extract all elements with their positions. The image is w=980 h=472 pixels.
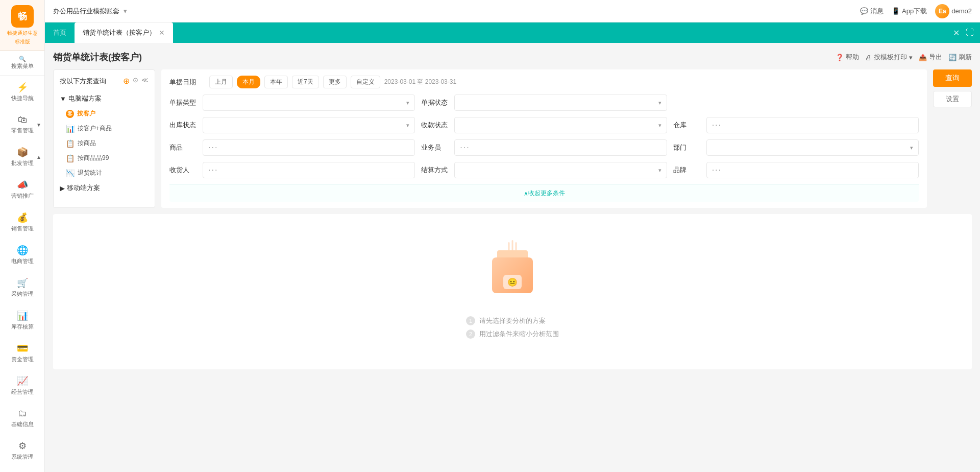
sidebar-item-ecom[interactable]: 🌐 电商管理 [0, 239, 44, 271]
sidebar-item-inventory[interactable]: 📊 库存核算 [0, 304, 44, 337]
sidebar-item-sales[interactable]: 💰 销售管理 [0, 206, 44, 239]
avatar: Ea [935, 4, 949, 18]
sidebar-item-finance[interactable]: 💳 资金管理 [0, 337, 44, 369]
desktop-group-label: 电脑端方案 [68, 94, 102, 103]
date-btn-thismonth[interactable]: 本月 [237, 76, 260, 88]
recipient-select[interactable]: ··· [203, 162, 415, 178]
refresh-btn[interactable]: 🔄 刷新 [948, 53, 972, 62]
sales-icon: 💰 [17, 212, 28, 223]
wholesale-icon: 📦 [17, 147, 28, 158]
message-icon: 💬 [860, 7, 868, 15]
filter-section: 单据日期 上月 本月 本年 近7天 更多 自定义 2023-03-01 至 20… [161, 69, 927, 208]
filter-goods: 商品 ··· [169, 139, 415, 156]
sidebar-item-system[interactable]: ⚙ 系统管理 [0, 434, 44, 467]
brand-label: 品牌 [673, 166, 706, 175]
scheme-item-by-goods99[interactable]: 📋 按商品品99 [54, 151, 155, 166]
dropdown-arrow-icon[interactable]: ▾ [124, 7, 127, 15]
filter-dept: 部门 ▾ [673, 139, 919, 156]
recipient-dots: ··· [208, 166, 218, 175]
setting-button[interactable]: 设置 [933, 91, 972, 107]
sidebar-item-shortcut[interactable]: ⚡ 快捷导航 [0, 76, 44, 108]
brand-select[interactable]: ··· [706, 162, 919, 178]
filter-row-1: 单据类型 ▾ 单据状态 ▾ [169, 95, 919, 111]
tip-num-2: 2 [466, 329, 475, 339]
by-customer-label: 按客户 [77, 109, 95, 118]
inventory-label: 库存核算 [11, 323, 34, 331]
brand-dots: ··· [712, 166, 722, 175]
dept-label: 部门 [673, 143, 706, 152]
app-download-btn[interactable]: 📱 App下载 [892, 7, 927, 16]
collapse-scheme-icon[interactable]: ≪ [141, 76, 149, 86]
message-btn[interactable]: 💬 消息 [860, 7, 884, 16]
operation-icon: 📈 [17, 375, 28, 387]
date-btn-7days[interactable]: 近7天 [292, 76, 319, 88]
return-stats-label: 退货统计 [78, 169, 102, 177]
logo-text: 畅捷通好生意 [7, 30, 38, 36]
receipt-select[interactable]: ▾ [454, 117, 667, 133]
payment-label: 结算方式 [421, 166, 454, 175]
doc-status-select[interactable]: ▾ [454, 95, 667, 111]
export-btn[interactable]: 📤 导出 [919, 53, 942, 62]
by-goods99-icon: 📋 [66, 154, 75, 162]
dept-arrow-icon: ▾ [910, 145, 913, 151]
scheme-header-actions: ⊕ ⊙ ≪ [123, 76, 149, 86]
edit-scheme-icon[interactable]: ⊙ [133, 76, 138, 86]
sidebar-item-basic[interactable]: 🗂 基础信息 [0, 402, 44, 434]
collapse-bar[interactable]: ∧ 收起更多条件 [169, 184, 919, 202]
stock-out-select[interactable]: ▾ [203, 117, 415, 133]
date-btn-lastmonth[interactable]: 上月 [209, 76, 233, 88]
scheme-item-return-stats[interactable]: 📉 退货统计 [54, 166, 155, 180]
sidebar-item-marketing[interactable]: 📣 营销推广 [0, 173, 44, 206]
date-btn-thisyear[interactable]: 本年 [264, 76, 288, 88]
warehouse-select[interactable]: ··· [706, 117, 919, 133]
help-btn[interactable]: ❓ 帮助 [836, 53, 859, 62]
maximize-icon[interactable]: ⛶ [966, 28, 974, 37]
tab-close-icon[interactable]: ✕ [159, 29, 165, 37]
filter-row-2: 出库状态 ▾ 收款状态 ▾ [169, 117, 919, 133]
industry-label: 办公用品行业模拟账套 [53, 7, 119, 16]
empty-face: 😐 [503, 275, 522, 289]
scheme-item-by-customer-goods[interactable]: 📊 按客户+商品 [54, 121, 155, 136]
purchase-icon: 🛒 [17, 277, 28, 289]
query-button[interactable]: 查询 [933, 69, 972, 87]
date-btn-custom[interactable]: 自定义 [351, 76, 380, 88]
filter-stock-out: 出库状态 ▾ [169, 117, 415, 133]
sidebar-item-corp[interactable]: 🤝 企业协同 [0, 467, 44, 472]
sidebar-item-retail[interactable]: 🛍 零售管理 ▼ [0, 108, 44, 140]
scheme-item-by-customer[interactable]: 客 按客户 [54, 106, 155, 121]
search-icon: 🔍 [19, 56, 26, 62]
by-customer-goods-label: 按客户+商品 [78, 124, 112, 133]
payment-select[interactable]: ▾ [454, 162, 667, 178]
salesman-select[interactable]: ··· [454, 139, 667, 156]
doc-type-select[interactable]: ▾ [203, 95, 415, 111]
tab-report-label: 销货单统计表（按客户） [83, 28, 156, 37]
filter-doc-type: 单据类型 ▾ [169, 95, 415, 111]
mobile-group-title[interactable]: ▶ 移动端方案 [54, 180, 155, 196]
tab-report[interactable]: 销货单统计表（按客户） ✕ [75, 22, 173, 43]
template-print-btn[interactable]: 🖨 按模板打印 ▾ [865, 53, 913, 62]
mobile-group-label: 移动端方案 [67, 183, 100, 193]
app-download-label: App下载 [902, 7, 927, 16]
search-menu[interactable]: 🔍 搜索菜单 [0, 51, 44, 76]
empty-illustration: 😐 [482, 245, 543, 306]
sidebar-item-wholesale[interactable]: 📦 批发管理 ▲ [0, 140, 44, 173]
add-scheme-icon[interactable]: ⊕ [123, 76, 130, 86]
sidebar-item-purchase[interactable]: 🛒 采购管理 [0, 271, 44, 304]
doc-status-label: 单据状态 [421, 98, 454, 107]
marketing-label: 营销推广 [11, 192, 34, 200]
page-actions: ❓ 帮助 🖨 按模板打印 ▾ 📤 导出 🔄 刷新 [836, 53, 972, 62]
desktop-group-title[interactable]: ▼ 电脑端方案 [54, 91, 155, 106]
by-customer-icon: 客 [66, 110, 74, 118]
tab-home[interactable]: 首页 [45, 22, 75, 43]
scheme-item-by-goods[interactable]: 📋 按商品 [54, 136, 155, 151]
tip-text-1: 请先选择要分析的方案 [479, 316, 546, 325]
sidebar-item-operation[interactable]: 📈 经营管理 [0, 369, 44, 402]
date-btn-more[interactable]: 更多 [323, 76, 347, 88]
close-window-icon[interactable]: ✕ [953, 28, 960, 38]
recipient-label: 收货人 [169, 166, 203, 175]
dept-select[interactable]: ▾ [706, 139, 919, 156]
user-area[interactable]: Ea demo2 [935, 4, 972, 18]
empty-box-wrapper: 😐 [492, 257, 533, 293]
goods-select[interactable]: ··· [203, 139, 415, 156]
empty-state: 😐 1 请先选择要分析的方案 2 用过滤条件来缩小分析范围 [53, 214, 972, 369]
